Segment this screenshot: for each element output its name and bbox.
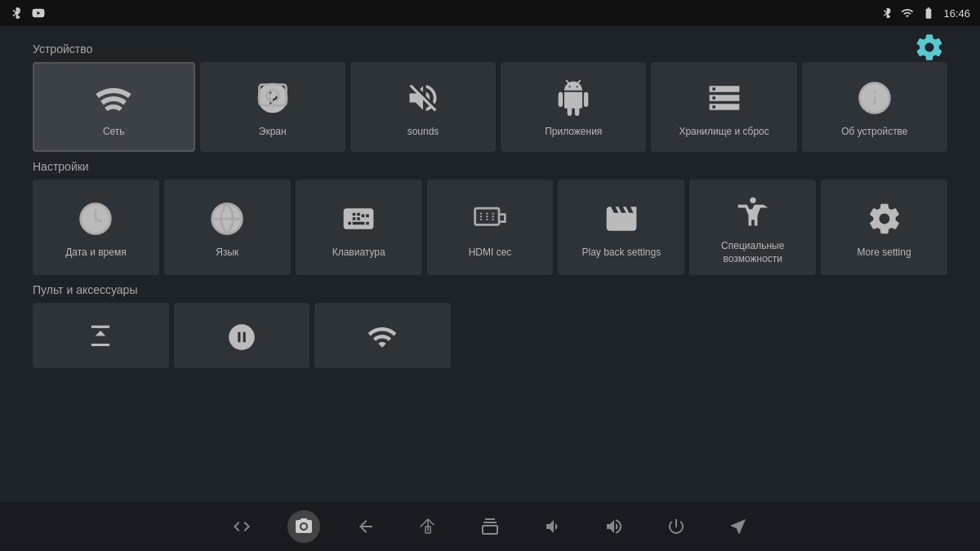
tile-accessibility[interactable]: Специальные возможности — [689, 180, 816, 275]
nav-back[interactable] — [350, 510, 382, 543]
accessibility-icon — [733, 193, 773, 232]
main-content: Устройство Сеть Э — [0, 26, 980, 502]
bt-icon — [881, 7, 894, 20]
time-display: 16:46 — [943, 7, 970, 20]
tile-storage-label: Хранилище и сброс — [679, 126, 768, 139]
status-bar-left — [10, 6, 46, 20]
section-remote-label: Пульт и аксессуары — [33, 283, 947, 296]
remote1-icon — [81, 318, 120, 357]
svg-point-6 — [750, 198, 755, 203]
tile-screen-label: Экран — [259, 126, 287, 139]
section-settings-label: Настройки — [33, 160, 947, 173]
nav-power[interactable] — [660, 510, 693, 543]
film-icon — [602, 199, 641, 238]
tile-datetime[interactable]: Дата и время — [33, 180, 159, 275]
tile-language[interactable]: Язык — [164, 180, 291, 275]
tile-network[interactable]: Сеть — [33, 62, 195, 152]
youtube-status-icon — [31, 6, 46, 20]
status-bar-right: 16:46 — [881, 7, 970, 20]
mute-icon — [403, 78, 443, 118]
tile-storage[interactable]: Хранилище и сброс — [651, 62, 796, 152]
tile-more-label: More setting — [858, 247, 911, 260]
more-gear-icon — [865, 199, 904, 238]
hdmi-icon — [470, 199, 510, 238]
tile-network-label: Сеть — [103, 126, 125, 139]
tile-keyboard[interactable]: Клавиатура — [296, 180, 422, 275]
tile-hdmi-label: HDMI cec — [469, 247, 512, 260]
section-device-label: Устройство — [33, 42, 947, 56]
tile-apps[interactable]: Приложения — [501, 62, 646, 152]
settings-tiles-row: Дата и время Язык Клавиатура — [33, 180, 947, 275]
tile-keyboard-label: Клавиатура — [332, 247, 385, 260]
clock-icon — [76, 199, 115, 238]
tile-about[interactable]: Об устройстве — [802, 62, 947, 152]
wifi-status-icon — [901, 7, 914, 20]
nav-menu[interactable] — [722, 510, 755, 543]
android-icon — [554, 78, 593, 118]
bluetooth-status-icon — [10, 6, 24, 20]
tile-language-label: Язык — [216, 247, 238, 260]
tile-playback[interactable]: Play back settings — [558, 180, 684, 275]
settings-gear-button[interactable] — [911, 29, 947, 65]
tile-playback-label: Play back settings — [582, 247, 662, 260]
wifi2-icon — [363, 318, 402, 357]
tile-datetime-label: Дата и время — [65, 247, 126, 260]
tile-screen[interactable]: Экран — [200, 62, 345, 152]
remote-tiles-row — [33, 303, 947, 368]
tile-hdmi[interactable]: HDMI cec — [427, 180, 554, 275]
storage-icon — [705, 78, 744, 118]
tile-accessibility-label: Специальные возможности — [696, 240, 809, 265]
tile-more[interactable]: More setting — [821, 180, 947, 275]
tile-sounds-label: sounds — [408, 126, 439, 139]
tile-about-label: Об устройстве — [841, 126, 907, 139]
nav-recents[interactable] — [474, 510, 506, 543]
tile-remote2[interactable] — [174, 303, 310, 368]
remote2-icon — [222, 318, 261, 357]
keyboard-icon — [339, 199, 378, 238]
tile-apps-label: Приложения — [545, 126, 602, 139]
device-tiles-row: Сеть Экран soun — [33, 62, 947, 152]
nav-vol-down[interactable] — [536, 510, 568, 543]
battery-icon — [920, 7, 937, 20]
status-bar: 16:46 — [0, 0, 980, 26]
globe-icon — [207, 199, 247, 238]
nav-launch[interactable] — [225, 510, 258, 543]
tile-remote3[interactable] — [314, 303, 451, 368]
screen-icon — [253, 78, 292, 118]
info-icon — [855, 78, 894, 118]
nav-home[interactable] — [412, 510, 444, 543]
tile-sounds[interactable]: sounds — [350, 62, 496, 152]
wifi-icon — [94, 78, 133, 118]
gear-icon — [914, 32, 945, 63]
nav-screenshot[interactable] — [287, 510, 320, 543]
tile-remote1[interactable] — [33, 303, 169, 368]
nav-vol-up[interactable] — [598, 510, 630, 543]
nav-bar — [0, 502, 980, 551]
